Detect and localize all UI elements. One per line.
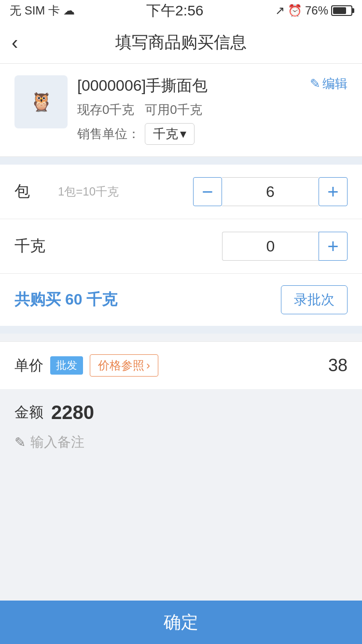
battery-icon (331, 5, 352, 16)
location-icon: ↗ (275, 4, 285, 17)
bao-minus-button[interactable]: − (193, 177, 222, 206)
status-time: 下午2:56 (146, 1, 203, 21)
product-name: [0000006]手撕面包 (77, 75, 300, 97)
product-unit: 销售单位： 千克 ▾ (77, 123, 300, 145)
kg-row: 千克 + (0, 219, 362, 274)
status-right: ↗ ⏰ 76% (275, 4, 352, 17)
status-bar: 无 SIM 卡 ☁ 下午2:56 ↗ ⏰ 76% (0, 0, 362, 21)
price-ref-button[interactable]: 价格参照 › (90, 354, 158, 377)
edit-icon: ✎ (310, 76, 320, 91)
product-info: [0000006]手撕面包 现存0千克 可用0千克 销售单位： 千克 ▾ (77, 75, 300, 145)
total-row: 共购买 60 千克 录批次 (0, 274, 362, 326)
price-ref-icon: › (146, 359, 150, 372)
bao-plus-button[interactable]: + (319, 177, 348, 206)
unit-label: 销售单位： (77, 126, 140, 142)
price-section: 单价 批发 价格参照 › 38 (0, 341, 362, 389)
unit-value: 千克 (153, 126, 178, 142)
confirm-button[interactable]: 确定 (0, 601, 362, 644)
amount-section: 金额 2280 ✎ 输入备注 (0, 389, 362, 461)
unit-dropdown-icon: ▾ (180, 126, 186, 141)
battery-percent: 76% (305, 4, 328, 17)
unit-select[interactable]: 千克 ▾ (145, 123, 195, 145)
alarm-icon: ⏰ (288, 4, 302, 17)
kg-qty-control: + (222, 232, 348, 261)
bao-label: 包 (14, 181, 53, 202)
price-ref-label: 价格参照 (98, 358, 144, 373)
price-tag: 批发 (50, 356, 83, 375)
edit-button[interactable]: ✎ 编辑 (310, 75, 348, 92)
remark-row[interactable]: ✎ 输入备注 (14, 433, 348, 461)
edit-label: 编辑 (322, 75, 348, 92)
total-amount-value: 60 (65, 291, 83, 308)
input-section: 包 1包=10千克 − + 千克 + (0, 165, 362, 274)
no-sim-text: 无 SIM 卡 ☁ (10, 3, 75, 18)
stock-available: 可用0千克 (145, 102, 202, 117)
product-logo: 🦉 (30, 91, 53, 112)
batch-button[interactable]: 录批次 (281, 285, 348, 314)
price-row: 单价 批发 价格参照 › 38 (14, 354, 348, 377)
bao-input[interactable] (222, 177, 319, 206)
separator-1 (0, 157, 362, 165)
product-card: 🦉 [0000006]手撕面包 现存0千克 可用0千克 销售单位： 千克 ▾ ✎… (0, 64, 362, 157)
price-value: 38 (328, 355, 348, 376)
page-title: 填写商品购买信息 (115, 31, 247, 54)
bao-row: 包 1包=10千克 − + (0, 165, 362, 219)
remark-icon: ✎ (14, 434, 26, 450)
kg-input[interactable] (222, 232, 319, 261)
product-stock: 现存0千克 可用0千克 (77, 101, 300, 118)
product-image: 🦉 (14, 75, 68, 128)
kg-plus-button[interactable]: + (319, 232, 348, 261)
kg-label: 千克 (14, 236, 53, 257)
price-label: 单价 (14, 356, 43, 376)
amount-row: 金额 2280 (14, 402, 348, 423)
status-left: 无 SIM 卡 ☁ (10, 3, 75, 18)
total-text: 共购买 60 千克 (14, 289, 117, 310)
bao-qty-control: − + (193, 177, 348, 206)
bao-hint: 1包=10千克 (58, 184, 193, 199)
amount-label: 金额 (14, 403, 43, 422)
total-prefix: 共购买 (14, 291, 61, 308)
stock-current: 现存0千克 (77, 102, 134, 117)
back-button[interactable]: ‹ (12, 33, 18, 52)
total-unit-text: 千克 (86, 291, 117, 308)
remark-input[interactable]: 输入备注 (30, 433, 84, 451)
nav-bar: ‹ 填写商品购买信息 (0, 21, 362, 64)
amount-value: 2280 (51, 402, 94, 423)
separator-2 (0, 326, 362, 334)
